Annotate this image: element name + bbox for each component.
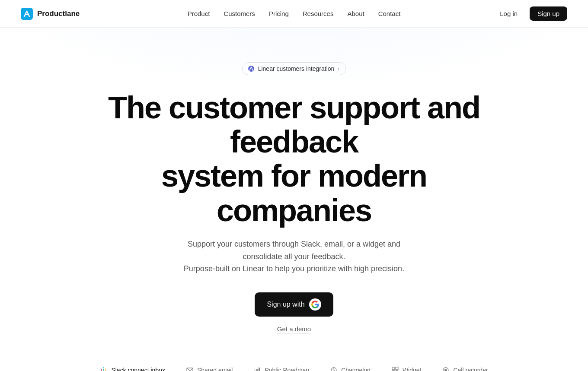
tab-label-widget: Widget bbox=[403, 367, 422, 371]
nav-item-pricing[interactable]: Pricing bbox=[263, 7, 295, 20]
svg-point-1 bbox=[248, 66, 254, 72]
signup-cta-label: Sign up with bbox=[267, 301, 304, 308]
svg-point-17 bbox=[444, 369, 447, 371]
svg-rect-9 bbox=[256, 369, 258, 371]
svg-rect-5 bbox=[105, 369, 106, 371]
logo-icon bbox=[21, 8, 33, 20]
tab-widget[interactable]: Widget bbox=[381, 359, 432, 371]
nav-actions: Log in Sign up bbox=[493, 6, 567, 21]
tab-call-recorder[interactable]: Call recorder bbox=[431, 359, 498, 371]
tab-changelog[interactable]: Changelog bbox=[320, 359, 381, 371]
tab-label-email: Shared email bbox=[197, 367, 233, 371]
nav-item-product[interactable]: Product bbox=[182, 7, 216, 20]
feature-tabs: Slack connect inbox Shared email Public … bbox=[0, 359, 588, 371]
changelog-icon bbox=[330, 366, 338, 371]
email-icon bbox=[186, 366, 194, 371]
hero-subtitle: Support your customers through Slack, em… bbox=[173, 238, 415, 275]
tab-label-slack: Slack connect inbox bbox=[111, 367, 165, 371]
svg-rect-12 bbox=[392, 367, 395, 370]
svg-rect-0 bbox=[21, 8, 33, 20]
svg-rect-2 bbox=[101, 369, 102, 371]
tab-slack-connect-inbox[interactable]: Slack connect inbox bbox=[89, 359, 176, 371]
navbar: Productlane Product Customers Pricing Re… bbox=[0, 0, 588, 28]
badge-chevron-icon: › bbox=[338, 66, 339, 72]
brand-name: Productlane bbox=[37, 10, 80, 18]
signup-cta-button[interactable]: Sign up with bbox=[255, 292, 333, 317]
slack-icon bbox=[100, 366, 108, 371]
nav-links: Product Customers Pricing Resources Abou… bbox=[182, 7, 407, 20]
grid-icon bbox=[391, 366, 399, 371]
badge-label: Linear customers integration bbox=[258, 65, 335, 72]
record-icon bbox=[442, 366, 450, 371]
nav-item-about[interactable]: About bbox=[341, 7, 370, 20]
svg-rect-4 bbox=[103, 369, 104, 371]
tab-label-roadmap: Public Roadmap bbox=[265, 367, 309, 371]
signup-button[interactable]: Sign up bbox=[530, 6, 567, 21]
tab-shared-email[interactable]: Shared email bbox=[176, 359, 243, 371]
svg-rect-3 bbox=[103, 367, 104, 368]
nav-item-contact[interactable]: Contact bbox=[372, 7, 407, 20]
nav-item-resources[interactable]: Resources bbox=[297, 7, 340, 20]
integration-badge[interactable]: Linear customers integration › bbox=[242, 62, 346, 75]
tab-label-recorder: Call recorder bbox=[453, 367, 488, 371]
logo-link[interactable]: Productlane bbox=[21, 8, 80, 20]
nav-item-customers[interactable]: Customers bbox=[217, 7, 261, 20]
google-icon bbox=[309, 298, 321, 311]
svg-rect-13 bbox=[396, 367, 398, 370]
tab-label-changelog: Changelog bbox=[341, 367, 371, 371]
hero-title: The customer support and feedback system… bbox=[99, 91, 489, 228]
hero-section: Linear customers integration › The custo… bbox=[0, 28, 588, 359]
tab-public-roadmap[interactable]: Public Roadmap bbox=[243, 359, 320, 371]
bar-chart-icon bbox=[253, 366, 261, 371]
get-demo-link[interactable]: Get a demo bbox=[277, 325, 311, 333]
svg-rect-10 bbox=[259, 368, 260, 371]
linear-icon bbox=[248, 65, 255, 72]
login-button[interactable]: Log in bbox=[493, 7, 524, 20]
